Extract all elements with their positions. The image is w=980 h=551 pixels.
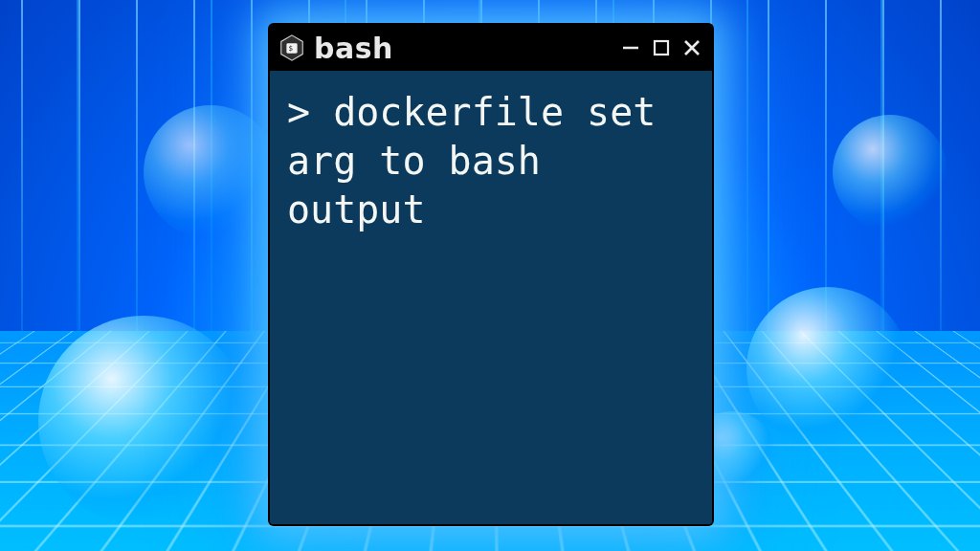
svg-text:$: $	[288, 44, 293, 53]
terminal-body[interactable]: > dockerfile set arg to bash output	[270, 71, 712, 524]
terminal-line: > dockerfile set arg to bash output	[287, 88, 695, 235]
background-orb	[746, 287, 909, 450]
terminal-command-text: dockerfile set arg to bash output	[287, 90, 679, 231]
maximize-button[interactable]	[651, 37, 672, 58]
background-orb	[144, 105, 278, 239]
minimize-button[interactable]	[620, 37, 641, 58]
titlebar[interactable]: $ bash	[270, 25, 712, 71]
background-orb	[833, 115, 947, 230]
close-button[interactable]	[681, 37, 702, 58]
background-orb	[38, 316, 249, 526]
window-controls	[620, 37, 702, 58]
terminal-window: $ bash > dockerfile set arg to bash outp…	[270, 25, 712, 524]
bash-shell-icon: $	[278, 33, 306, 62]
terminal-prompt: >	[287, 90, 333, 134]
svg-rect-4	[655, 41, 668, 55]
window-title: bash	[314, 32, 612, 65]
